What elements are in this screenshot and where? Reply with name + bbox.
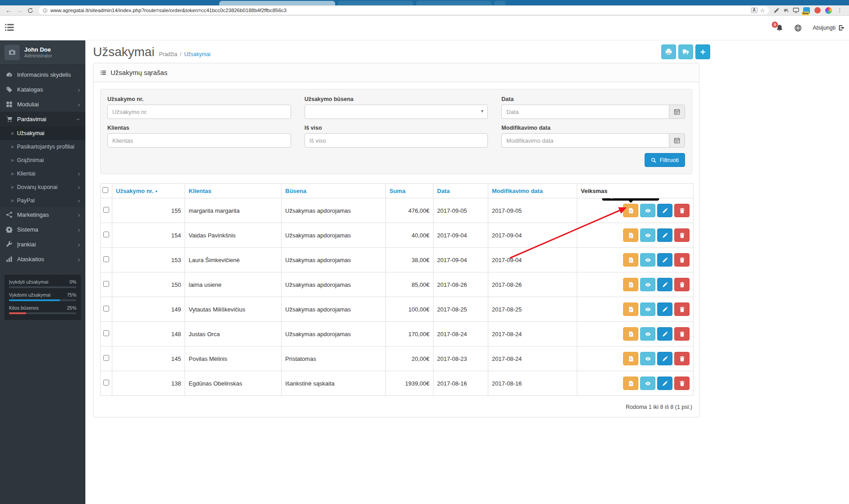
sidebar-item-paypal[interactable]: »PayPal› [0,194,85,207]
calendar-button[interactable] [669,133,685,148]
screenshot-extension-icon[interactable] [792,7,800,14]
delete-order-button[interactable] [674,253,690,267]
view-order-button[interactable] [640,253,655,267]
invoice-pdf-button[interactable] [623,204,638,217]
sidebar-item-grąžinimai[interactable]: »Grąžinimai [0,153,85,167]
row-checkbox[interactable] [103,207,109,213]
sidebar-item-užsakymai[interactable]: »Užsakymai [0,127,85,140]
delete-order-button[interactable] [674,377,690,390]
forward-button[interactable]: → [14,6,24,15]
view-order-button[interactable] [640,352,655,365]
browser-tab[interactable] [416,1,491,5]
row-checkbox[interactable] [103,330,109,336]
delete-order-button[interactable] [674,302,690,316]
view-order-button[interactable] [640,302,655,316]
row-checkbox[interactable] [103,380,109,386]
browser-tab[interactable] [338,1,413,5]
trash-icon [679,381,685,386]
sidebar-item-įrankiai[interactable]: Įrankiai› [0,237,85,252]
sidebar-item-pardavimai[interactable]: Pardavimai› [0,112,85,127]
row-checkbox[interactable] [103,306,109,311]
edit-order-button[interactable] [657,302,672,316]
invoice-pdf-button[interactable] [623,377,638,390]
sort-order-nr[interactable]: Užsakymo nr.▴ [116,188,157,194]
filter-button[interactable]: Filtruoti [645,153,685,167]
edit-order-button[interactable] [657,377,672,390]
proxy-extension-icon[interactable]: New [803,7,810,14]
view-order-button[interactable] [640,204,655,217]
print-invoice-button[interactable] [661,44,676,59]
invoice-pdf-button[interactable] [623,278,638,291]
add-order-button[interactable]: + [695,44,710,59]
sidebar-item-informacinis-skydelis[interactable]: Informacinis skydelis [0,67,85,82]
total-input[interactable] [305,133,488,148]
delete-order-button[interactable] [674,352,690,365]
customer-input[interactable] [107,133,291,148]
sidebar-item-marketingas[interactable]: Marketingas› [0,207,85,222]
sidebar-item-moduliai[interactable]: Moduliai› [0,97,85,112]
invoice-pdf-button[interactable] [623,302,638,316]
action-column-header: Veiksmas [577,184,694,198]
date-input[interactable] [501,105,669,119]
page-info-icon[interactable] [43,8,48,13]
notifications-button[interactable]: 0 [776,24,783,32]
edit-order-button[interactable] [657,352,672,365]
storefront-button[interactable] [794,24,802,32]
edit-order-button[interactable] [657,253,672,267]
view-order-button[interactable] [640,278,655,291]
recorder-extension-icon[interactable] [814,7,821,13]
browser-menu-button[interactable]: ⋮ [836,7,844,14]
invoice-pdf-button[interactable] [623,228,638,242]
modified-date-input[interactable] [501,133,669,148]
eyedropper-extension-icon[interactable] [773,7,780,14]
back-button[interactable]: ← [4,6,13,15]
delete-order-button[interactable] [674,228,690,242]
row-checkbox[interactable] [103,232,109,237]
sort-date[interactable]: Data [437,188,450,194]
logout-button[interactable]: Atsijungti [813,25,845,31]
breadcrumb-home[interactable]: Pradžia [159,51,177,57]
trash-icon [679,208,685,214]
invoice-pdf-button[interactable] [623,352,638,365]
select-all-checkbox[interactable] [102,187,108,193]
sort-customer[interactable]: Klientas [189,188,212,194]
row-checkbox[interactable] [103,281,109,287]
calendar-button[interactable] [669,105,685,119]
sidebar-item-dovanų-kuponai[interactable]: »Dovanų kuponai› [0,180,85,194]
url-bar[interactable]: www.agregatai.lt/siteadmin14/index.php?r… [39,6,769,14]
sidebar-item-klientai[interactable]: »Klientai› [0,167,85,180]
refresh-button[interactable] [25,6,35,15]
breadcrumb-current[interactable]: Užsakymai [184,51,211,57]
print-shipping-list-button[interactable] [678,44,693,59]
ip-extension-icon[interactable]: IP, [784,7,788,14]
edit-order-button[interactable] [657,278,672,291]
bookmark-star-icon[interactable]: ☆ [760,7,765,14]
invoice-pdf-button[interactable] [623,253,638,267]
new-tab-button[interactable] [494,1,506,5]
view-order-button[interactable] [640,228,655,242]
sort-status[interactable]: Būsena [285,188,306,194]
row-checkbox[interactable] [103,355,109,361]
view-order-button[interactable] [640,327,655,341]
delete-order-button[interactable] [674,327,690,341]
colorpicker-extension-icon[interactable] [825,7,832,14]
invoice-pdf-button[interactable] [623,327,638,341]
edit-order-button[interactable] [657,327,672,341]
delete-order-button[interactable] [674,278,690,291]
delete-order-button[interactable] [674,204,690,217]
translate-icon[interactable]: A [751,8,757,13]
browser-tab-active[interactable] [219,1,335,5]
sort-total[interactable]: Suma [389,188,405,194]
row-checkbox[interactable] [103,256,109,262]
sidebar-item-sistema[interactable]: Sistema› [0,222,85,237]
order-status-select[interactable] [305,105,488,119]
sidebar-item-ataskaitos[interactable]: Ataskaitos› [0,252,85,267]
sidebar-toggle-button[interactable] [4,22,16,34]
order-nr-input[interactable] [107,105,291,119]
sidebar-item-pasikartojantys-profiliai[interactable]: »Pasikartojantys profiliai [0,140,85,153]
edit-order-button[interactable] [657,204,672,217]
sort-modified[interactable]: Modifikavimo data [492,188,543,194]
sidebar-item-katalogas[interactable]: Katalogas› [0,82,85,97]
edit-order-button[interactable] [657,228,672,242]
view-order-button[interactable] [640,377,655,390]
